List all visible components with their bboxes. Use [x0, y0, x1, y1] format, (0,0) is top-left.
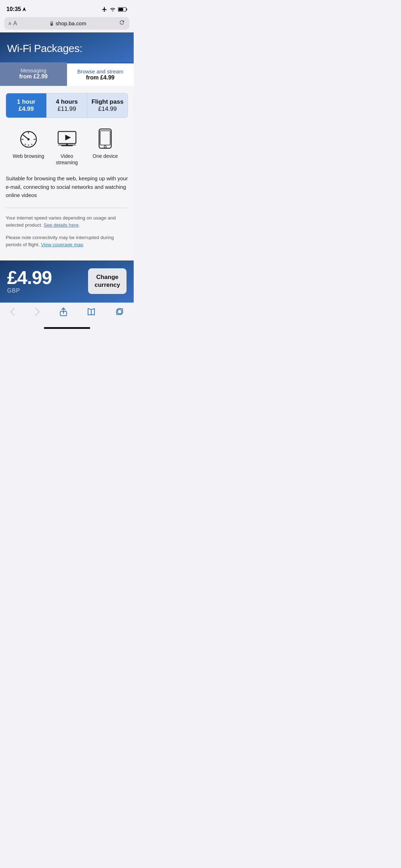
duration-1hour-time: 1 hour: [9, 98, 43, 105]
tab-messaging[interactable]: Messaging from £2.99: [0, 62, 67, 86]
duration-4hours[interactable]: 4 hours £11.99: [46, 93, 87, 118]
back-button[interactable]: [4, 306, 21, 317]
currency-label: GBP: [7, 288, 20, 294]
forward-button[interactable]: [29, 306, 46, 317]
web-browsing-label: Web browsing: [13, 153, 44, 159]
battery-icon: [118, 7, 127, 12]
tab-browse-label: Browse and stream: [71, 68, 130, 74]
bottom-bar: £4.99 GBP Change currency: [0, 260, 134, 303]
home-indicator: [0, 325, 134, 332]
svg-rect-4: [51, 23, 53, 26]
page-title: Wi-Fi Packages:: [7, 42, 127, 55]
time-display: 10:35: [6, 6, 21, 12]
browser-bar: A A shop.ba.com: [0, 16, 134, 32]
refresh-icon: [119, 19, 125, 26]
refresh-button[interactable]: [119, 19, 125, 27]
tab-browse-price: from £4.99: [71, 74, 130, 81]
footnote-1: Your internet speed varies depending on …: [6, 215, 128, 229]
airplane-icon: [102, 6, 107, 12]
tab-browse[interactable]: Browse and stream from £4.99: [67, 62, 134, 86]
content-area: 1 hour £4.99 4 hours £11.99 Flight pass …: [0, 86, 134, 260]
svg-point-11: [25, 144, 26, 145]
home-indicator-bar: [44, 327, 90, 329]
coverage-map-link[interactable]: View coverage map: [41, 242, 83, 247]
one-device-label: One device: [93, 153, 118, 159]
back-icon: [10, 308, 15, 316]
web-browsing-icon: [16, 128, 41, 149]
features-row: Web browsing Video stream: [6, 128, 128, 166]
duration-4hours-time: 4 hours: [50, 98, 84, 105]
see-details-link[interactable]: See details here: [44, 222, 79, 228]
svg-point-13: [31, 144, 32, 145]
forward-icon: [35, 308, 40, 316]
bookmarks-button[interactable]: [82, 306, 101, 318]
svg-rect-2: [127, 9, 127, 10]
duration-4hours-price: £11.99: [50, 105, 84, 113]
video-streaming-label: Video streaming: [56, 153, 78, 166]
duration-1hour[interactable]: 1 hour £4.99: [6, 93, 46, 118]
url-bar[interactable]: A A shop.ba.com: [4, 17, 129, 30]
duration-flightpass-time: Flight pass: [90, 98, 125, 105]
tabs-container: Messaging from £2.99 Browse and stream f…: [0, 62, 134, 86]
price-block: £4.99 GBP: [7, 268, 52, 294]
svg-point-12: [28, 145, 29, 146]
font-size-control[interactable]: A A: [9, 20, 17, 27]
safari-toolbar: [0, 303, 134, 325]
feature-web-browsing: Web browsing: [9, 128, 48, 166]
footnote-2: Please note connectivity may be interrup…: [6, 234, 128, 249]
duration-selector: 1 hour £4.99 4 hours £11.99 Flight pass …: [6, 93, 128, 118]
svg-marker-15: [65, 135, 71, 140]
share-icon: [60, 307, 67, 316]
tabs-button[interactable]: [109, 306, 129, 317]
feature-video-streaming: Video streaming: [48, 128, 86, 166]
duration-1hour-price: £4.99: [9, 105, 43, 113]
svg-rect-3: [119, 8, 123, 11]
svg-point-22: [104, 146, 106, 148]
change-currency-button[interactable]: Change currency: [88, 268, 127, 294]
share-button[interactable]: [54, 306, 73, 318]
url-display[interactable]: shop.ba.com: [50, 20, 86, 26]
svg-rect-20: [99, 129, 111, 148]
content-divider: [6, 208, 128, 208]
svg-marker-0: [22, 7, 26, 11]
tab-messaging-price: from £2.99: [4, 73, 63, 80]
status-time: 10:35: [6, 6, 26, 12]
duration-flightpass-price: £14.99: [90, 105, 125, 113]
hero-header: Wi-Fi Packages:: [0, 32, 134, 62]
description-text: Suitable for browsing the web, keeping u…: [6, 174, 128, 199]
feature-one-device: One device: [86, 128, 124, 166]
wifi-icon: [109, 7, 116, 12]
selected-price: £4.99: [7, 268, 52, 287]
tab-messaging-label: Messaging: [4, 67, 63, 73]
lock-icon: [50, 21, 54, 26]
tabs-icon: [115, 308, 124, 316]
status-icons: [102, 6, 127, 12]
video-streaming-icon: [55, 128, 79, 149]
status-bar: 10:35: [0, 0, 134, 16]
svg-point-7: [27, 138, 30, 140]
duration-flightpass[interactable]: Flight pass £14.99: [87, 93, 128, 118]
one-device-icon: [93, 128, 118, 149]
location-arrow-icon: [22, 7, 26, 11]
bookmarks-icon: [87, 307, 95, 316]
svg-rect-21: [100, 131, 110, 145]
